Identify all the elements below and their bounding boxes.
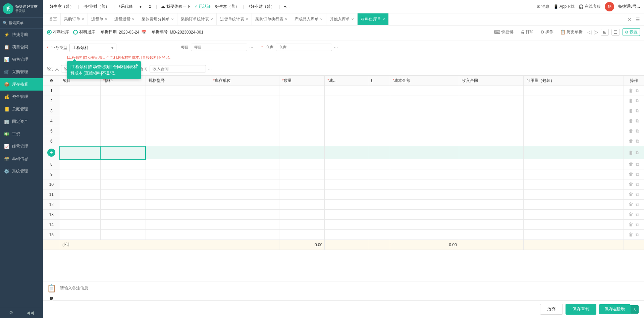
topbar-online-service[interactable]: 🎧 在线客服 [579,4,601,9]
copy-row-btn[interactable]: ⧉ [635,171,640,177]
copy-row-btn[interactable]: ⧉ [635,149,640,156]
delete-row-btn[interactable]: 🗑 [628,117,634,124]
operate-btn[interactable]: ⚙ 操作 [538,29,555,36]
topbar-message[interactable]: ✉ 消息 [537,4,549,9]
tab-incoming-close[interactable]: ✕ [105,17,107,21]
copy-row-btn[interactable]: ⧉ [635,127,640,134]
cell-project[interactable] [60,159,100,169]
calendar-icon[interactable]: 📅 [141,30,146,35]
cell-project[interactable] [60,96,100,106]
cell-warehouse-unit[interactable] [210,96,279,106]
topbar-dropdown[interactable]: ▾ [137,3,144,10]
cell-cost-price[interactable] [325,230,368,240]
project-input[interactable] [191,44,247,51]
cell-cost-amount[interactable] [390,86,459,96]
cell-spec[interactable] [146,96,210,106]
cell-income-contract[interactable] [459,190,523,200]
sidebar-item-capital[interactable]: 💰 资金管理 [0,91,43,103]
nav-next-btn[interactable]: ▷ [594,29,598,35]
cell-income-contract-active[interactable] [459,146,523,159]
tab-menu-btn[interactable]: ☰ [634,17,641,22]
cell-cost-price[interactable] [325,200,368,210]
cell-material[interactable] [100,169,146,179]
delete-row-btn[interactable]: 🗑 [628,138,634,144]
cell-cost-price-active[interactable] [325,146,368,159]
cell-cost-price[interactable] [325,116,368,126]
tab-product-instock-close[interactable]: ✕ [320,17,323,21]
cell-warehouse-unit[interactable] [210,200,279,210]
cell-project[interactable] [60,200,100,210]
user-avatar[interactable]: 畅 [605,2,614,11]
cell-warehouse-unit-active[interactable] [210,146,279,159]
cell-spec[interactable] [146,200,210,210]
cell-quantity[interactable] [279,126,325,136]
sidebar-collapse-btn[interactable]: ◀◀ [26,310,34,315]
delete-row-btn[interactable]: 🗑 [628,149,634,156]
copy-row-btn[interactable]: ⧉ [635,201,640,208]
cell-income-contract[interactable] [459,169,523,179]
cell-warehouse-unit[interactable] [210,210,279,220]
radio-outstock[interactable]: 材料出库 [47,29,69,35]
cell-quantity[interactable] [279,210,325,220]
cell-project[interactable] [60,190,100,200]
sidebar-item-business[interactable]: 📈 经营管理 [0,140,43,153]
cell-cost-amount[interactable] [390,230,459,240]
cell-cost-price[interactable] [325,190,368,200]
tab-purchase-order-close[interactable]: ✕ [82,17,84,21]
tab-purchase-stats-close[interactable]: ✕ [210,17,213,21]
topbar-easy-proxy[interactable]: +易代账 [116,2,136,11]
cell-project[interactable] [60,179,100,190]
cell-cost-amount[interactable] [390,116,459,126]
cell-material-active[interactable] [100,146,146,159]
delete-row-btn[interactable]: 🗑 [628,181,634,188]
tab-purchase-exec-close[interactable]: ✕ [285,17,287,21]
cell-material[interactable] [100,220,146,230]
cell-income-contract[interactable] [459,159,523,169]
cell-quantity[interactable] [279,200,325,210]
cell-warehouse-unit[interactable] [210,86,279,96]
cell-income-contract[interactable] [459,86,523,96]
cell-material[interactable] [100,96,146,106]
tab-purchase-exec[interactable]: 采购订单执行表 ✕ [252,13,291,25]
sidebar-item-salary[interactable]: 💵 工资 [0,128,43,140]
sidebar-item-fixed-assets[interactable]: 🏢 固定资产 [0,115,43,128]
cell-quantity[interactable] [279,190,325,200]
cell-material[interactable] [100,230,146,240]
project-dots-btn[interactable]: ··· [249,45,253,50]
cell-income-contract[interactable] [459,96,523,106]
copy-row-btn[interactable]: ⧉ [635,181,640,188]
print-btn[interactable]: 🖨 打印 [518,29,536,36]
cell-income-contract[interactable] [459,136,523,146]
delete-row-btn[interactable]: 🗑 [628,87,634,94]
delete-row-btn[interactable]: 🗑 [628,171,634,177]
delete-row-btn[interactable]: 🗑 [628,97,634,104]
cell-spec-active[interactable] [146,146,210,159]
cell-cost-price[interactable] [325,136,368,146]
cell-cost-amount[interactable] [390,126,459,136]
cell-cost-amount[interactable] [390,190,459,200]
copy-row-btn[interactable]: ⧉ [635,211,640,218]
cell-material[interactable] [100,159,146,169]
cell-quantity[interactable] [279,136,325,146]
cell-material[interactable] [100,126,146,136]
topbar-plus-good2[interactable]: +好业财（普） [246,2,277,11]
cell-material[interactable] [100,106,146,116]
cell-warehouse-unit[interactable] [210,126,279,136]
sidebar-item-accounting[interactable]: 📒 总账管理 [0,103,43,115]
cell-project[interactable] [60,230,100,240]
cell-cost-price[interactable] [325,86,368,96]
cell-cost-amount[interactable] [390,200,459,210]
copy-row-btn[interactable]: ⧉ [635,191,640,198]
tab-incoming-stats[interactable]: 进货单统计表 ✕ [217,13,252,25]
topbar-more[interactable]: +... [281,3,292,10]
cell-cost-amount[interactable] [390,136,459,146]
save-draft-button[interactable]: 保存草稿 [566,304,596,315]
delete-row-btn[interactable]: 🗑 [628,161,634,167]
delete-row-btn[interactable]: 🗑 [628,107,634,114]
cell-warehouse-unit[interactable] [210,136,279,146]
copy-row-btn[interactable]: ⧉ [635,97,640,104]
cell-project[interactable] [60,220,100,230]
cell-cost-price[interactable] [325,106,368,116]
cell-quantity[interactable] [279,159,325,169]
tab-other-instock-close[interactable]: ✕ [351,17,354,21]
